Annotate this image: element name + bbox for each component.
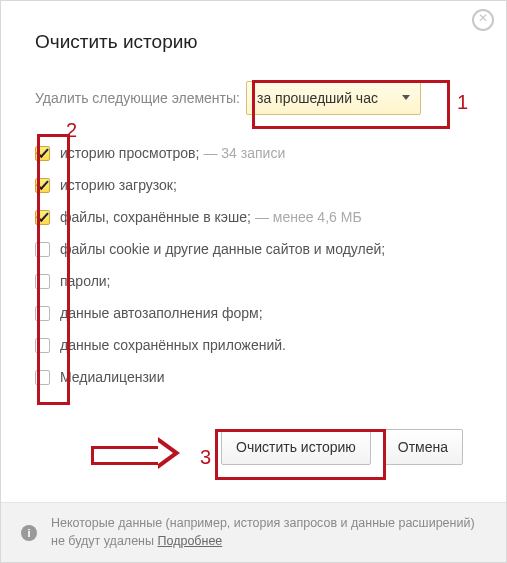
clear-history-dialog: ✕ Очистить историю Удалить следующие эле… [0, 0, 507, 563]
item-extra: — менее 4,6 МБ [255, 209, 362, 225]
footer: i Некоторые данные (например, история за… [1, 502, 506, 562]
item-label: историю загрузок; [60, 177, 177, 193]
list-item: историю просмотров; — 34 записи [35, 137, 472, 169]
learn-more-link[interactable]: Подробнее [157, 534, 222, 548]
list-item: данные сохранённых приложений. [35, 329, 472, 361]
checkbox[interactable] [35, 146, 50, 161]
close-icon[interactable]: ✕ [472, 9, 494, 31]
period-label: Удалить следующие элементы: [35, 90, 240, 106]
cancel-button[interactable]: Отмена [383, 429, 463, 465]
annotation-number-3: 3 [200, 446, 211, 469]
period-value: за прошедший час [257, 90, 378, 106]
list-item: пароли; [35, 265, 472, 297]
list-item: файлы cookie и другие данные сайтов и мо… [35, 233, 472, 265]
info-icon: i [21, 525, 37, 541]
annotation-number-1: 1 [457, 91, 468, 114]
list-item: данные автозаполнения форм; [35, 297, 472, 329]
item-label: файлы cookie и другие данные сайтов и мо… [60, 241, 385, 257]
footer-text: Некоторые данные (например, история запр… [51, 515, 486, 550]
checkbox[interactable] [35, 210, 50, 225]
list-item: историю загрузок; [35, 169, 472, 201]
item-label: пароли; [60, 273, 111, 289]
list-item: Медиалицензии [35, 361, 472, 393]
item-extra: — 34 записи [203, 145, 285, 161]
clear-button[interactable]: Очистить историю [221, 429, 371, 465]
checkbox[interactable] [35, 274, 50, 289]
annotation-arrow-icon [91, 439, 186, 467]
item-label: историю просмотров; [60, 145, 199, 161]
item-label: Медиалицензии [60, 369, 165, 385]
list-item: файлы, сохранённые в кэше; — менее 4,6 М… [35, 201, 472, 233]
checkbox[interactable] [35, 242, 50, 257]
dialog-title: Очистить историю [35, 31, 472, 53]
checkbox[interactable] [35, 178, 50, 193]
item-label: данные автозаполнения форм; [60, 305, 263, 321]
checkbox[interactable] [35, 370, 50, 385]
item-label: файлы, сохранённые в кэше; [60, 209, 251, 225]
chevron-down-icon [402, 95, 410, 100]
item-label: данные сохранённых приложений. [60, 337, 286, 353]
period-select[interactable]: за прошедший час [246, 81, 421, 115]
checkbox[interactable] [35, 338, 50, 353]
checkbox[interactable] [35, 306, 50, 321]
annotation-number-2: 2 [66, 119, 77, 142]
options-list: историю просмотров; — 34 записиисторию з… [35, 137, 472, 393]
